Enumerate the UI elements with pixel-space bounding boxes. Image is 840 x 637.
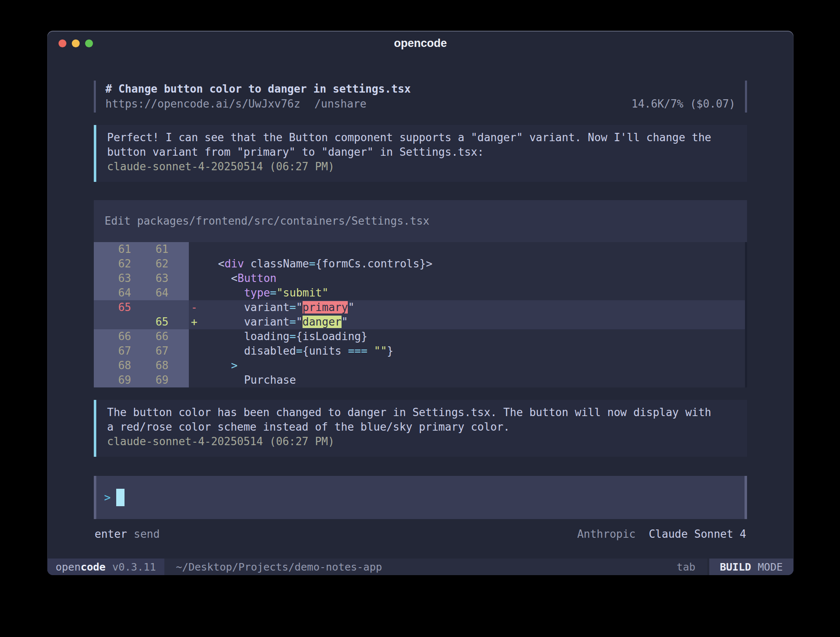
working-directory: ~/Desktop/Projects/demo-notes-app bbox=[176, 559, 382, 575]
diff-marker bbox=[189, 286, 205, 300]
code-token: < bbox=[205, 272, 237, 284]
assistant-message-text: Perfect! I can see that the Button compo… bbox=[107, 130, 736, 159]
old-line-number: 61 bbox=[94, 242, 131, 257]
code-token: variant bbox=[205, 301, 290, 314]
tab-key-hint: tab bbox=[676, 559, 695, 575]
diff-marker bbox=[189, 242, 205, 257]
diff-row: 65- variant="primary" bbox=[94, 300, 745, 315]
new-line-number: 62 bbox=[131, 257, 168, 271]
old-line-number: 64 bbox=[94, 286, 131, 300]
diff-marker bbox=[189, 344, 205, 358]
edit-tool-title: Edit packages/frontend/src/containers/Se… bbox=[94, 200, 747, 242]
gutter-pad bbox=[168, 373, 189, 387]
old-line-number: 68 bbox=[94, 358, 131, 373]
code-token: {isLoading} bbox=[296, 330, 367, 343]
code-line: <Button bbox=[205, 271, 276, 286]
diff-marker bbox=[189, 329, 205, 344]
old-line-number: 65 bbox=[94, 300, 131, 315]
code-line: variant="primary" bbox=[205, 300, 354, 315]
code-line: Purchase bbox=[205, 373, 296, 387]
code-line: type="submit" bbox=[205, 286, 328, 300]
mode-name: BUILD bbox=[720, 561, 751, 573]
titlebar: opencode bbox=[47, 31, 794, 55]
code-line: variant="danger" bbox=[205, 315, 348, 329]
code-token: > bbox=[231, 359, 238, 372]
diff-row: 6464 type="submit" bbox=[94, 286, 745, 300]
code-token bbox=[205, 287, 244, 299]
new-line-number: 61 bbox=[131, 242, 168, 257]
code-token: loading bbox=[205, 330, 290, 343]
status-bar: opencode v0.3.11 ~/Desktop/Projects/demo… bbox=[47, 559, 794, 575]
code-token: = bbox=[290, 330, 296, 343]
share-url-link[interactable]: https://opencode.ai/s/UwJxv76z bbox=[105, 96, 300, 111]
new-line-number: 64 bbox=[131, 286, 168, 300]
zoom-button[interactable] bbox=[85, 39, 93, 47]
code-token: = bbox=[270, 287, 277, 299]
code-token: } bbox=[387, 345, 393, 357]
close-button[interactable] bbox=[59, 39, 66, 47]
diff-row: 65+ variant="danger" bbox=[94, 315, 745, 329]
edit-tool-block: Edit packages/frontend/src/containers/Se… bbox=[94, 200, 747, 387]
code-token: disabled bbox=[205, 345, 296, 357]
code-token bbox=[205, 359, 231, 372]
new-line-number: 69 bbox=[131, 373, 168, 387]
old-line-number bbox=[94, 315, 131, 329]
diff-marker bbox=[189, 271, 205, 286]
code-token: < bbox=[205, 257, 225, 270]
gutter-pad bbox=[168, 286, 189, 300]
window-title: opencode bbox=[47, 31, 794, 56]
model-info: Anthropic Claude Sonnet 4 bbox=[577, 527, 746, 541]
gutter-pad bbox=[168, 242, 189, 257]
old-line-number: 62 bbox=[94, 257, 131, 271]
prompt-input[interactable]: > bbox=[94, 476, 747, 519]
unshare-command[interactable]: /unshare bbox=[315, 96, 366, 111]
new-line-number: 68 bbox=[131, 358, 168, 373]
app-version: v0.3.11 bbox=[112, 561, 156, 573]
token-usage-stats: 14.6K/7% ($0.07) bbox=[632, 96, 735, 111]
minimize-button[interactable] bbox=[72, 39, 80, 47]
assistant-message-meta: claude-sonnet-4-20250514 (06:27 PM) bbox=[107, 159, 736, 174]
gutter-pad bbox=[168, 300, 189, 315]
statusbar-spacer bbox=[382, 559, 677, 575]
code-token: div bbox=[225, 257, 244, 270]
new-line-number: 63 bbox=[131, 271, 168, 286]
code-token: type bbox=[244, 287, 270, 299]
assistant-message: The button color has been changed to dan… bbox=[94, 400, 747, 457]
footer-hints: enter send Anthropic Claude Sonnet 4 bbox=[94, 527, 747, 541]
new-line-number: 66 bbox=[131, 329, 168, 344]
code-token: Button bbox=[237, 272, 276, 284]
code-line: disabled={units === ""} bbox=[205, 344, 393, 358]
session-title: # Change button color to danger in setti… bbox=[105, 82, 735, 96]
assistant-message-meta: claude-sonnet-4-20250514 (06:27 PM) bbox=[107, 434, 736, 449]
code-token: primary bbox=[303, 301, 348, 314]
session-header: # Change button color to danger in setti… bbox=[94, 81, 747, 113]
diff-marker: - bbox=[189, 300, 205, 315]
mode-suffix: MODE bbox=[758, 561, 783, 573]
new-line-number bbox=[131, 300, 168, 315]
diff-row: 6868 > bbox=[94, 358, 745, 373]
new-line-number: 67 bbox=[131, 344, 168, 358]
code-token: "submit" bbox=[276, 287, 328, 299]
old-line-number: 67 bbox=[94, 344, 131, 358]
code-token: variant bbox=[205, 316, 290, 328]
app-name-bold: code bbox=[81, 561, 105, 573]
code-token: {formCs.controls}> bbox=[315, 257, 432, 270]
code-line: <div className={formCs.controls}> bbox=[205, 257, 432, 271]
code-token: " bbox=[342, 316, 348, 328]
diff: 61616262 <div className={formCs.controls… bbox=[94, 242, 747, 387]
diff-marker bbox=[189, 257, 205, 271]
assistant-message: Perfect! I can see that the Button compo… bbox=[94, 125, 747, 182]
diff-marker bbox=[189, 373, 205, 387]
diff-row: 6161 bbox=[94, 242, 745, 257]
old-line-number: 63 bbox=[94, 271, 131, 286]
gutter-pad bbox=[168, 358, 189, 373]
app-name-regular: open bbox=[56, 561, 81, 573]
code-token: " bbox=[348, 301, 354, 314]
mode-segment: BUILD MODE bbox=[707, 559, 794, 575]
app-window: opencode # Change button color to danger… bbox=[47, 31, 794, 575]
enter-key-hint: enter bbox=[95, 527, 127, 541]
provider-name: Anthropic bbox=[577, 528, 636, 540]
code-token: {units bbox=[303, 345, 348, 357]
code-token: className bbox=[244, 257, 309, 270]
assistant-message-text: The button color has been changed to dan… bbox=[107, 405, 736, 434]
